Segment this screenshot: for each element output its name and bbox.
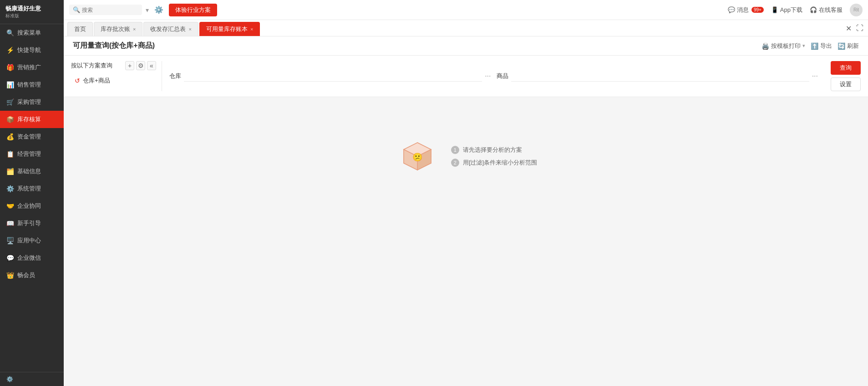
collapse-button[interactable]: « <box>147 61 156 70</box>
sidebar-item-sales[interactable]: 📊 销售管理 <box>0 76 64 93</box>
export-icon: ⬆️ <box>811 42 818 50</box>
tab-available-ledger[interactable]: 可用量库存账本 × <box>199 22 260 36</box>
money-icon: 💰 <box>6 133 14 140</box>
sidebar-item-finance[interactable]: 💰 资金管理 <box>0 128 64 145</box>
search-input[interactable] <box>82 7 137 13</box>
tab-home-label: 首页 <box>74 25 86 33</box>
print-template-label: 按模板打印 <box>771 42 801 50</box>
sidebar-nav: 🔍 搜索菜单 ⚡ 快捷导航 🎁 营销推广 📊 销售管理 🛒 采购管理 📦 库存核… <box>0 24 64 372</box>
chat-icon: 💬 <box>6 254 14 262</box>
scheme-warehouse-goods[interactable]: ↺ 仓库+商品 <box>71 74 156 87</box>
sidebar-item-system[interactable]: ⚙️ 系统管理 <box>0 180 64 197</box>
sidebar-item-search[interactable]: 🔍 搜索菜单 <box>0 24 64 41</box>
message-button[interactable]: 💬 消息 99+ <box>728 6 764 14</box>
tab-available-ledger-label: 可用量库存账本 <box>206 25 248 33</box>
add-scheme-button[interactable]: + <box>125 61 134 70</box>
print-dropdown-icon[interactable]: ▾ <box>802 43 805 49</box>
settings-bottom-icon: ⚙️ <box>6 376 13 382</box>
refresh-label: 刷新 <box>847 42 859 50</box>
refresh-button[interactable]: 🔄 刷新 <box>838 42 859 50</box>
user-avatar[interactable]: Rit <box>850 4 863 16</box>
hint-text-1: 请先选择要分析的方案 <box>463 146 522 154</box>
hint-item-1: 1 请先选择要分析的方案 <box>451 146 537 154</box>
dropdown-arrow-icon[interactable]: ▾ <box>146 6 149 14</box>
sidebar-item-label: 采购管理 <box>17 98 41 106</box>
filter-scheme-label: 按以下方案查询 <box>71 62 112 70</box>
filter-scheme-header: 按以下方案查询 + ⚙ « <box>71 61 156 70</box>
message-icon: 💬 <box>728 6 735 13</box>
sidebar-item-label: 系统管理 <box>17 185 41 193</box>
goods-more-icon[interactable]: ··· <box>812 72 818 80</box>
tab-batch-ledger[interactable]: 库存批次账 × <box>94 22 142 36</box>
sidebar-item-member[interactable]: 👑 畅会员 <box>0 267 64 284</box>
topbar: 🔍 ▾ ⚙️ 体验行业方案 💬 消息 99+ 📱 App下载 🎧 在线客服 Ri… <box>64 0 868 20</box>
tab-available-ledger-close[interactable]: × <box>250 26 253 32</box>
refresh-icon: 🔄 <box>838 42 845 50</box>
tab-receive-summary-label: 收发存汇总表 <box>150 25 186 33</box>
app-download-button[interactable]: 📱 App下载 <box>771 6 802 14</box>
app-download-label: App下载 <box>780 6 802 14</box>
print-template-button[interactable]: 🖨️ 按模板打印 ▾ <box>761 42 805 50</box>
filter-left: 按以下方案查询 + ⚙ « ↺ 仓库+商品 <box>71 61 162 91</box>
online-service-label: 在线客服 <box>819 6 843 14</box>
search-icon: 🔍 <box>6 29 14 36</box>
empty-hints: 1 请先选择要分析的方案 2 用[过滤]条件来缩小分析范围 <box>451 146 537 167</box>
query-button[interactable]: 查询 <box>831 61 861 75</box>
empty-state-content: 😕 1 请先选择要分析的方案 2 用[过滤]条件来缩小分析范围 <box>395 134 537 179</box>
search-icon: 🔍 <box>73 6 80 13</box>
goods-input[interactable] <box>511 71 809 82</box>
sidebar-item-label: 经营管理 <box>17 150 41 158</box>
box-icon: 📦 <box>6 116 14 123</box>
warehouse-input[interactable] <box>184 71 482 82</box>
sidebar-logo: 畅康通好生意 标准版 <box>0 0 64 24</box>
message-label: 消息 <box>737 6 749 14</box>
sidebar-item-label: 企业微信 <box>17 254 41 262</box>
sidebar: 畅康通好生意 标准版 🔍 搜索菜单 ⚡ 快捷导航 🎁 营销推广 📊 销售管理 🛒… <box>0 0 64 386</box>
sidebar-item-wechat[interactable]: 💬 企业微信 <box>0 249 64 267</box>
sidebar-item-basic[interactable]: 🗂️ 基础信息 <box>0 163 64 180</box>
tabs-bar: 首页 库存批次账 × 收发存汇总表 × 可用量库存账本 × ✕ ⛶ <box>64 20 868 36</box>
empty-state: 😕 1 请先选择要分析的方案 2 用[过滤]条件来缩小分析范围 <box>64 97 868 216</box>
sidebar-item-operation[interactable]: 📋 经营管理 <box>0 145 64 163</box>
app-name: 畅康通好生意 <box>5 5 58 13</box>
sidebar-item-purchase[interactable]: 🛒 采购管理 <box>0 93 64 111</box>
page-title: 可用量查询(按仓库+商品) <box>73 41 155 51</box>
main-area: 🔍 ▾ ⚙️ 体验行业方案 💬 消息 99+ 📱 App下载 🎧 在线客服 Ri… <box>64 0 868 386</box>
settings-button[interactable]: 设置 <box>831 77 861 91</box>
sidebar-item-label: 企业协同 <box>17 202 41 210</box>
hint-item-2: 2 用[过滤]条件来缩小分析范围 <box>451 159 537 167</box>
maximize-button[interactable]: ⛶ <box>855 23 864 33</box>
sidebar-item-label: 搜索菜单 <box>17 29 41 37</box>
message-badge: 99+ <box>751 7 764 13</box>
topbar-right: 💬 消息 99+ 📱 App下载 🎧 在线客服 Rit <box>728 4 863 16</box>
sidebar-item-enterprise[interactable]: 🤝 企业协同 <box>0 197 64 215</box>
online-service-button[interactable]: 🎧 在线客服 <box>810 6 843 14</box>
filter-row-1: 仓库 ··· 商品 ··· 查询 设置 <box>169 61 861 91</box>
tab-receive-summary-close[interactable]: × <box>188 26 191 32</box>
sidebar-item-marketing[interactable]: 🎁 营销推广 <box>0 59 64 76</box>
settings-icon[interactable]: ⚙️ <box>152 4 165 16</box>
filter-right: 仓库 ··· 商品 ··· 查询 设置 <box>162 61 861 91</box>
sidebar-item-quick-nav[interactable]: ⚡ 快捷导航 <box>0 41 64 59</box>
topbar-search-box[interactable]: 🔍 <box>69 5 142 15</box>
sidebar-item-inventory[interactable]: 📦 库存核算 <box>0 111 64 128</box>
trial-button[interactable]: 体验行业方案 <box>169 4 217 16</box>
user-name: Rit <box>853 7 859 12</box>
sidebar-item-app-center[interactable]: 🖥️ 应用中心 <box>0 232 64 249</box>
filter-actions-right: 查询 设置 <box>831 61 861 91</box>
warehouse-more-icon[interactable]: ··· <box>485 72 491 80</box>
page-header-actions: 🖨️ 按模板打印 ▾ ⬆️ 导出 🔄 刷新 <box>761 42 859 50</box>
close-tab-button[interactable]: ✕ <box>845 23 853 33</box>
settings-scheme-button[interactable]: ⚙ <box>136 61 145 70</box>
export-button[interactable]: ⬆️ 导出 <box>811 42 832 50</box>
sidebar-item-newbie[interactable]: 📖 新手引导 <box>0 215 64 232</box>
warehouse-field: 仓库 ··· <box>169 71 491 82</box>
tab-batch-ledger-close[interactable]: × <box>133 26 136 32</box>
print-icon: 🖨️ <box>761 42 769 50</box>
hint-num-2: 2 <box>451 159 459 167</box>
tab-receive-summary[interactable]: 收发存汇总表 × <box>143 22 198 36</box>
hint-text-2: 用[过滤]条件来缩小分析范围 <box>463 159 537 167</box>
tab-batch-ledger-label: 库存批次账 <box>101 25 130 33</box>
svg-text:😕: 😕 <box>412 152 423 162</box>
tab-home[interactable]: 首页 <box>67 22 93 36</box>
